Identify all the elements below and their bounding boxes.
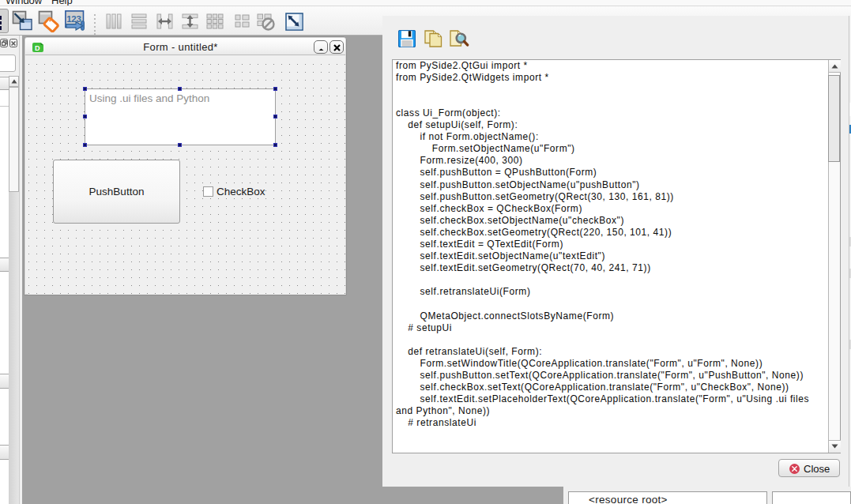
svg-text:123: 123 (66, 14, 81, 24)
